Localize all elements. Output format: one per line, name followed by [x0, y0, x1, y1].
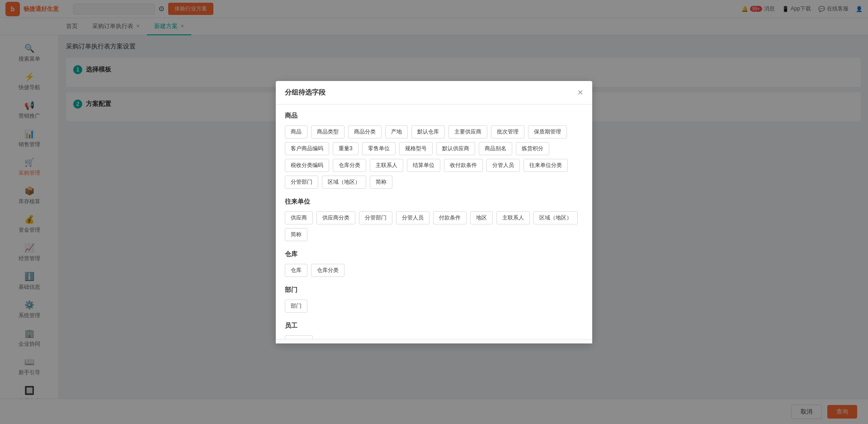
- field-tag-department-0[interactable]: 部门: [285, 300, 307, 313]
- field-tag-goods-18[interactable]: 结算单位: [407, 159, 440, 172]
- field-tags-goods: 商品商品类型商品分类产地默认仓库主要供应商批次管理保质期管理客户商品编码重量3零…: [285, 125, 583, 189]
- modal-header: 分组待选字段 ✕: [276, 81, 592, 105]
- field-tag-goods-0[interactable]: 商品: [285, 125, 307, 138]
- field-tag-warehouse-1[interactable]: 仓库分类: [311, 264, 344, 277]
- section-department: 部门部门: [285, 286, 583, 313]
- field-tags-partner: 供应商供应商分类分管部门分管人员付款条件地区主联系人区域（地区）简称: [285, 211, 583, 241]
- field-tag-goods-10[interactable]: 零售单位: [362, 142, 396, 155]
- field-tag-partner-5[interactable]: 地区: [470, 211, 493, 224]
- field-tag-goods-8[interactable]: 客户商品编码: [285, 142, 329, 155]
- field-tag-goods-1[interactable]: 商品类型: [311, 125, 344, 138]
- field-tag-goods-12[interactable]: 默认供应商: [436, 142, 475, 155]
- section-title-department: 部门: [285, 286, 583, 294]
- field-tag-goods-21[interactable]: 往来单位分类: [524, 159, 568, 172]
- modal-body: 商品商品商品类型商品分类产地默认仓库主要供应商批次管理保质期管理客户商品编码重量…: [276, 105, 592, 339]
- field-tag-goods-15[interactable]: 税收分类编码: [285, 159, 329, 172]
- field-tags-department: 部门: [285, 300, 583, 313]
- field-tag-goods-5[interactable]: 主要供应商: [448, 125, 487, 138]
- section-goods: 商品商品商品类型商品分类产地默认仓库主要供应商批次管理保质期管理客户商品编码重量…: [285, 112, 583, 189]
- field-tags-warehouse: 仓库仓库分类: [285, 264, 583, 277]
- field-tag-warehouse-0[interactable]: 仓库: [285, 264, 307, 277]
- section-title-warehouse: 仓库: [285, 250, 583, 258]
- field-selection-modal: 分组待选字段 ✕ 商品商品商品类型商品分类产地默认仓库主要供应商批次管理保质期管…: [276, 81, 592, 343]
- field-tag-partner-7[interactable]: 区域（地区）: [533, 211, 578, 224]
- field-tag-partner-1[interactable]: 供应商分类: [316, 211, 355, 224]
- modal-overlay: 分组待选字段 ✕ 商品商品商品类型商品分类产地默认仓库主要供应商批次管理保质期管…: [0, 0, 868, 424]
- field-tag-goods-14[interactable]: 炼货积分: [516, 142, 549, 155]
- field-tag-employee-0[interactable]: 业务员: [285, 335, 313, 339]
- field-tag-partner-2[interactable]: 分管部门: [359, 211, 392, 224]
- field-tag-goods-4[interactable]: 默认仓库: [411, 125, 445, 138]
- section-title-partner: 往来单位: [285, 198, 583, 206]
- modal-title: 分组待选字段: [285, 88, 326, 97]
- field-tag-partner-3[interactable]: 分管人员: [396, 211, 429, 224]
- section-employee: 员工业务员: [285, 322, 583, 339]
- field-tag-goods-6[interactable]: 批次管理: [491, 125, 524, 138]
- field-tag-goods-9[interactable]: 重量3: [333, 142, 359, 155]
- field-tag-goods-23[interactable]: 区域（地区）: [322, 176, 366, 189]
- field-tag-goods-7[interactable]: 保质期管理: [528, 125, 567, 138]
- scroll-track: [276, 339, 592, 343]
- field-tag-partner-0[interactable]: 供应商: [285, 211, 313, 224]
- field-tags-employee: 业务员: [285, 335, 583, 339]
- field-tag-goods-20[interactable]: 分管人员: [486, 159, 520, 172]
- field-tag-goods-24[interactable]: 简称: [370, 176, 392, 189]
- modal-close-button[interactable]: ✕: [577, 88, 583, 97]
- field-tag-goods-19[interactable]: 收付款条件: [444, 159, 483, 172]
- field-tag-partner-6[interactable]: 主联系人: [496, 211, 530, 224]
- section-warehouse: 仓库仓库仓库分类: [285, 250, 583, 277]
- modal-horizontal-scrollbar[interactable]: [276, 339, 592, 343]
- section-title-employee: 员工: [285, 322, 583, 330]
- section-partner: 往来单位供应商供应商分类分管部门分管人员付款条件地区主联系人区域（地区）简称: [285, 198, 583, 241]
- section-title-goods: 商品: [285, 112, 583, 120]
- field-tag-partner-4[interactable]: 付款条件: [433, 211, 467, 224]
- field-tag-goods-22[interactable]: 分管部门: [285, 176, 318, 189]
- field-tag-goods-11[interactable]: 规格型号: [399, 142, 433, 155]
- field-tag-goods-2[interactable]: 商品分类: [348, 125, 382, 138]
- field-tag-goods-13[interactable]: 商品别名: [479, 142, 512, 155]
- field-tag-partner-8[interactable]: 简称: [285, 228, 307, 241]
- field-tag-goods-16[interactable]: 仓库分类: [333, 159, 366, 172]
- field-tag-goods-17[interactable]: 主联系人: [370, 159, 403, 172]
- field-tag-goods-3[interactable]: 产地: [385, 125, 408, 138]
